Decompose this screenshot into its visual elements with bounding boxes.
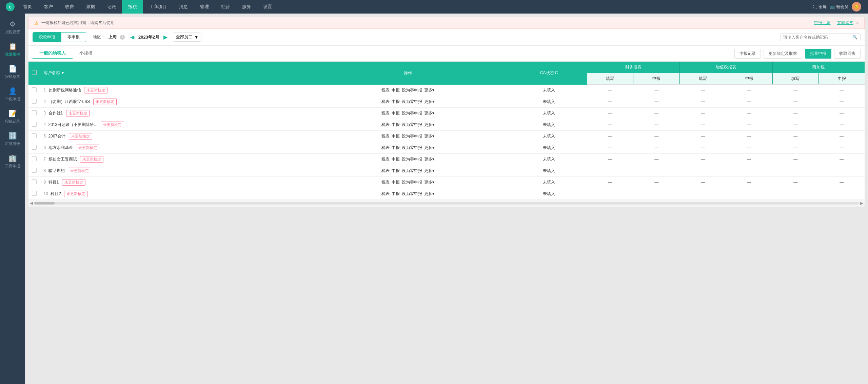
op-link-1[interactable]: 申报 (392, 180, 400, 185)
nav-manage[interactable]: 管理 (194, 0, 215, 14)
op-link-3[interactable]: 更多▾ (424, 88, 434, 92)
sidebar-item-business-annual[interactable]: 🏢 工商年报 (1, 150, 24, 171)
sidebar-item-annual-calc[interactable]: 🔢 汇算清缴 (1, 128, 24, 149)
op-link-1[interactable]: 申报 (392, 111, 400, 115)
dept-select[interactable]: 全部员工 ▼ (173, 33, 201, 42)
tab-small-scale[interactable]: 小规模 (73, 48, 99, 59)
op-link-3[interactable]: 更多▾ (424, 111, 434, 115)
avatar[interactable]: 🙂 (852, 2, 861, 12)
row-checkbox[interactable] (32, 87, 37, 92)
table-row: 3 合作社1 未更新核定 税表申报设为零申报更多▾ 未填入 — — — — — … (28, 107, 865, 119)
scroll-right-arrow[interactable]: ▶ (860, 201, 863, 206)
op-link-3[interactable]: 更多▾ (424, 157, 434, 162)
row-checkbox[interactable] (32, 99, 37, 104)
scroll-track[interactable] (34, 202, 859, 205)
nav-tax[interactable]: 报税 (122, 0, 143, 14)
horizontal-scrollbar[interactable]: ◀ ▶ (28, 200, 865, 207)
op-link-0[interactable]: 税表 (381, 99, 390, 104)
scroll-thumb[interactable] (34, 202, 55, 205)
fullscreen-btn[interactable]: ⛶ 全屏 (813, 4, 826, 10)
sidebar-item-tax-records[interactable]: 📝 报税记录 (1, 106, 24, 127)
status-tag: 未更新核定 (68, 168, 91, 174)
scroll-left-arrow[interactable]: ◀ (30, 201, 33, 206)
next-month-btn[interactable]: ▶ (161, 33, 170, 41)
op-link-3[interactable]: 更多▾ (424, 145, 434, 150)
search-icon[interactable]: 🔍 (852, 35, 857, 40)
op-link-3[interactable]: 更多▾ (424, 180, 434, 185)
op-link-0[interactable]: 税表 (381, 168, 390, 173)
nav-home[interactable]: 首页 (17, 0, 38, 14)
op-link-0[interactable]: 税表 (381, 88, 390, 92)
secondary-toolbar: 一般的纳税人 小规模 申报记录 更新统定及取数 批量申报 收取回执 (28, 46, 865, 62)
nav-service[interactable]: 服务 (236, 0, 257, 14)
batch-declare-btn[interactable]: 批量申报 (805, 49, 831, 59)
row-num: 10 (44, 191, 48, 196)
nav-settings[interactable]: 设置 (257, 0, 278, 14)
row-checkbox[interactable] (32, 110, 37, 115)
sidebar-item-tax-overview[interactable]: 📄 报税总览 (1, 61, 24, 82)
op-link-1[interactable]: 申报 (392, 168, 400, 173)
op-link-1[interactable]: 申报 (392, 88, 400, 92)
row-checkbox[interactable] (32, 179, 37, 184)
notice-link-summary[interactable]: 申报汇总 (814, 20, 830, 26)
collect-receipt-btn[interactable]: 收取回执 (834, 49, 861, 59)
operations-cell: 税表申报设为零申报更多▾ (305, 188, 511, 199)
notice-close-btn[interactable]: × (856, 20, 859, 26)
op-link-2[interactable]: 设为零申报 (402, 111, 422, 115)
op-link-3[interactable]: 更多▾ (424, 99, 434, 104)
op-link-3[interactable]: 更多▾ (424, 168, 434, 173)
op-link-2[interactable]: 设为零申报 (402, 134, 422, 138)
op-link-3[interactable]: 更多▾ (424, 122, 434, 127)
update-quota-btn[interactable]: 更新统定及取数 (764, 49, 802, 59)
nav-accounting[interactable]: 记账 (101, 0, 122, 14)
op-link-2[interactable]: 设为零申报 (402, 122, 422, 127)
declaration-records-btn[interactable]: 申报记录 (734, 49, 761, 59)
op-link-1[interactable]: 申报 (392, 145, 400, 150)
tab-zero-declaration[interactable]: 零申报 (61, 33, 86, 42)
nav-message[interactable]: 消息 (173, 0, 194, 14)
op-link-0[interactable]: 税表 (381, 157, 390, 162)
sidebar-item-batch-tax[interactable]: 📋 批量报税 (1, 39, 24, 60)
op-link-2[interactable]: 设为零申报 (402, 191, 422, 196)
op-link-2[interactable]: 设为零申报 (402, 180, 422, 185)
op-link-0[interactable]: 税表 (381, 111, 390, 115)
row-checkbox[interactable] (32, 145, 37, 150)
tab-tax-declaration[interactable]: 税款申报 (33, 33, 61, 42)
op-link-0[interactable]: 税表 (381, 134, 390, 138)
op-link-2[interactable]: 设为零申报 (402, 145, 422, 150)
op-link-0[interactable]: 税表 (381, 180, 390, 185)
info-icon[interactable]: i (120, 35, 125, 40)
nav-invoice[interactable]: 票据 (80, 0, 101, 14)
row-checkbox[interactable] (32, 122, 37, 127)
row-checkbox[interactable] (32, 191, 37, 196)
op-link-2[interactable]: 设为零申报 (402, 157, 422, 162)
op-link-1[interactable]: 申报 (392, 134, 400, 138)
op-link-0[interactable]: 税表 (381, 122, 390, 127)
op-link-1[interactable]: 申报 (392, 157, 400, 162)
op-link-1[interactable]: 申报 (392, 99, 400, 104)
nav-client[interactable]: 客户 (38, 0, 59, 14)
prev-month-btn[interactable]: ◀ (128, 33, 136, 41)
op-link-0[interactable]: 税表 (381, 145, 390, 150)
op-link-2[interactable]: 设为零申报 (402, 99, 422, 104)
op-link-2[interactable]: 设为零申报 (402, 168, 422, 173)
upgrade-btn[interactable]: 📺 畅会员 (830, 4, 848, 10)
sidebar-item-tax-settings[interactable]: ⚙ 报税设置 (1, 16, 24, 37)
row-checkbox[interactable] (32, 156, 37, 161)
nav-business[interactable]: 工商项目 (143, 0, 173, 14)
row-checkbox[interactable] (32, 133, 37, 138)
notice-link-buy[interactable]: 立即购买 (837, 20, 853, 26)
select-all-checkbox[interactable] (32, 70, 37, 75)
op-link-2[interactable]: 设为零申报 (402, 88, 422, 92)
op-link-1[interactable]: 申报 (392, 191, 400, 196)
sidebar-item-personal-tax[interactable]: 👤 个税申报 (1, 83, 24, 104)
op-link-3[interactable]: 更多▾ (424, 191, 434, 196)
tab-general-taxpayer[interactable]: 一般的纳税人 (33, 48, 73, 59)
nav-billing[interactable]: 收费 (59, 0, 80, 14)
nav-operation[interactable]: 经营 (215, 0, 236, 14)
op-link-0[interactable]: 税表 (381, 191, 390, 196)
op-link-3[interactable]: 更多▾ (424, 134, 434, 138)
op-link-1[interactable]: 申报 (392, 122, 400, 127)
search-input[interactable] (783, 35, 851, 40)
row-checkbox[interactable] (32, 168, 37, 173)
